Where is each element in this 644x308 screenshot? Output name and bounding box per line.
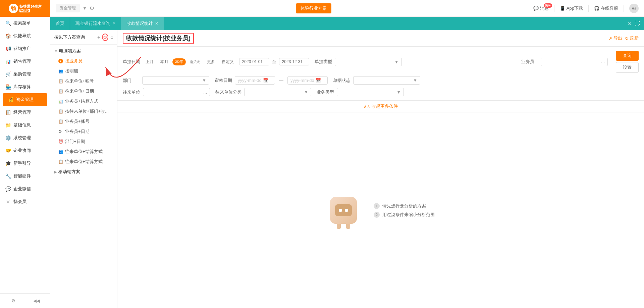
set-btn[interactable]: 设置 bbox=[616, 62, 639, 73]
scheme-item-unit-settle1[interactable]: 👥 往来单位+结算方式 bbox=[50, 147, 117, 157]
audit-date-from-placeholder: yyyy-mm-dd bbox=[238, 78, 262, 83]
sidebar-item-enterprise[interactable]: 🤝 企业协同 bbox=[0, 144, 50, 157]
date-shortcuts: 上月 本月 本年 近7天 更多 自定义 bbox=[143, 58, 236, 65]
audit-date-to[interactable]: yyyy-mm-dd 📅 bbox=[287, 76, 328, 85]
scheme-settings-icon[interactable]: ⚙ bbox=[102, 34, 108, 41]
date-from-input[interactable] bbox=[239, 58, 269, 65]
breadcrumb-dropdown-icon[interactable]: ▼ bbox=[83, 6, 87, 11]
date-7days[interactable]: 近7天 bbox=[187, 58, 203, 65]
sale-account-icon: 📋 bbox=[58, 119, 63, 124]
message-icon: 💬 bbox=[533, 6, 539, 11]
tab-receipts[interactable]: 收款情况统计 ✕ bbox=[121, 17, 164, 30]
scheme-item-unit-dept[interactable]: 📋 按往来单位+部门+收... bbox=[50, 106, 117, 116]
scheme-item-unit-settle2[interactable]: 📋 往来单位+结算方式 bbox=[50, 157, 117, 167]
basic-icon: 📁 bbox=[5, 122, 11, 128]
top-right: 💬 消息 99+ 📱 App下载 🎧 在线客服 Rit bbox=[533, 4, 639, 13]
tab-bank[interactable]: 现金银行流水查询 ✕ bbox=[70, 17, 121, 30]
bank-tab-close-icon[interactable]: ✕ bbox=[112, 21, 116, 25]
empty-content: 1 请先选择要分析的方案 2 用过滤条件来缩小分析范围 bbox=[327, 194, 435, 227]
filter-row-2: 部门 ▼ 审核日期 yyyy-mm-dd 📅 — bbox=[123, 76, 639, 85]
sidebar-item-hardware[interactable]: 🔧 智能硬件 bbox=[0, 170, 50, 183]
date-more[interactable]: 更多 bbox=[204, 58, 218, 65]
trial-btn[interactable]: 体验行业方案 bbox=[296, 3, 331, 13]
collapse-bar[interactable]: ∧∧ 收起更多条件 bbox=[117, 101, 644, 112]
scheme-collapse-icon[interactable]: « bbox=[110, 35, 113, 40]
counterparty-more-icon: ... bbox=[203, 90, 207, 95]
scheme-item-sale-settle[interactable]: 📊 业务员+结算方式 bbox=[50, 96, 117, 106]
sidebar-item-wechat[interactable]: 💬 企业微信 bbox=[0, 183, 50, 195]
message-btn[interactable]: 💬 消息 99+ bbox=[533, 5, 549, 11]
scheme-header: 按以下方案查询 + ⚙ « bbox=[50, 30, 117, 45]
marketing-icon: 📢 bbox=[5, 46, 11, 51]
tab-maximize-icon[interactable]: ⛶ bbox=[635, 20, 640, 27]
step-1-label: 请先选择要分析的方案 bbox=[382, 203, 426, 209]
sidebar-collapse-btn[interactable]: ◀◀ bbox=[26, 296, 48, 305]
scheme-group-desktop[interactable]: ▼ 电脑端方案 bbox=[50, 46, 117, 56]
date-to-input[interactable] bbox=[279, 58, 309, 65]
app-download-btn[interactable]: 📱 App下载 bbox=[560, 5, 583, 11]
date-this-year[interactable]: 本年 bbox=[172, 58, 186, 65]
dept-select[interactable]: ▼ bbox=[142, 76, 209, 85]
online-service-btn[interactable]: 🎧 在线客服 bbox=[594, 5, 618, 11]
robot-body bbox=[330, 197, 357, 224]
unit-account-icon: 📋 bbox=[58, 79, 63, 84]
docstatus-select[interactable]: ▼ bbox=[353, 76, 420, 85]
date-custom[interactable]: 自定义 bbox=[219, 58, 236, 65]
sidebar-item-purchase[interactable]: 🛒 采购管理 bbox=[0, 68, 50, 81]
sidebar-item-basic[interactable]: 📁 基础信息 bbox=[0, 119, 50, 132]
group-desktop-label: 电脑端方案 bbox=[59, 48, 81, 54]
filter-area: 单据日期 上月 本月 本年 近7天 更多 自定义 至 bbox=[117, 47, 644, 101]
counterparty-class-select[interactable]: ▼ bbox=[244, 88, 311, 96]
sidebar-item-marketing[interactable]: 📢 营销推广 bbox=[0, 42, 50, 55]
dept-date-icon: ⏰ bbox=[58, 139, 63, 144]
sidebar-item-search[interactable]: 🔍 搜索菜单 bbox=[0, 17, 50, 30]
counterparty-class-label: 往来单位分类 bbox=[215, 89, 241, 95]
audit-date-to-calendar-icon: 📅 bbox=[316, 78, 321, 83]
counterparty-class-dropdown-icon: ▼ bbox=[304, 90, 308, 95]
filter-counterparty-item: 往来单位 ... bbox=[123, 88, 210, 96]
scheme-item-sale-account[interactable]: 📋 业务员+账号 bbox=[50, 116, 117, 126]
date-this-month[interactable]: 本月 bbox=[158, 58, 171, 65]
scheme-item-detail[interactable]: 👥 按明细 bbox=[50, 66, 117, 76]
doctype-select[interactable]: ▼ bbox=[335, 58, 402, 66]
content-area: 按以下方案查询 + ⚙ « ▼ 电脑端方案 ● 按业务员 👥 按 bbox=[50, 30, 644, 308]
guide-icon: 🎓 bbox=[5, 161, 11, 166]
export-btn[interactable]: ↗ 导出 bbox=[608, 35, 622, 41]
counterparty-label: 往来单位 bbox=[123, 89, 140, 95]
user-avatar-btn[interactable]: Rit bbox=[629, 4, 639, 13]
step-2-label: 用过滤条件来缩小分析范围 bbox=[382, 212, 435, 218]
sidebar-settings-btn[interactable]: ⚙ bbox=[3, 296, 24, 305]
sidebar-item-capital[interactable]: 💰 资金管理 bbox=[3, 93, 47, 106]
query-btn[interactable]: 查询 bbox=[616, 51, 639, 61]
logo-text: 畅捷通好生意 bbox=[19, 4, 42, 9]
date-last-month[interactable]: 上月 bbox=[143, 58, 156, 65]
scheme-group-mobile[interactable]: ▶ 移动端方案 bbox=[50, 167, 117, 177]
tab-home[interactable]: 首页 bbox=[50, 17, 70, 30]
sidebar-item-sales[interactable]: 📊 销售管理 bbox=[0, 55, 50, 68]
unit-dept-icon: 📋 bbox=[58, 109, 63, 114]
filter-dept-item: 部门 ▼ bbox=[123, 76, 209, 85]
scheme-item-unit-account[interactable]: 📋 往来单位+账号 bbox=[50, 76, 117, 86]
receipts-tab-close-icon[interactable]: ✕ bbox=[155, 21, 158, 25]
scheme-item-sale-date[interactable]: ⚙ 业务员+日期 bbox=[50, 126, 117, 137]
tab-bar-right: ✕ ⛶ bbox=[624, 17, 644, 30]
sidebar-item-member[interactable]: V 畅会员 bbox=[0, 195, 50, 208]
sidebar-item-system[interactable]: ⚙️ 系统管理 bbox=[0, 132, 50, 144]
scheme-add-icon[interactable]: + bbox=[97, 35, 100, 40]
scheme-item-unit-date[interactable]: 📋 往来单位+日期 bbox=[50, 86, 117, 96]
tab-close-all-icon[interactable]: ✕ bbox=[628, 20, 632, 27]
sidebar-item-inventory[interactable]: 🏪 库存核算 bbox=[0, 81, 50, 93]
scheme-item-salesperson[interactable]: ● 按业务员 bbox=[50, 56, 117, 66]
empty-step-2: 2 用过滤条件来缩小分析范围 bbox=[374, 212, 435, 218]
audit-date-from[interactable]: yyyy-mm-dd 📅 bbox=[235, 76, 275, 85]
sidebar-item-guide[interactable]: 🎓 新手引导 bbox=[0, 157, 50, 170]
salesperson-select[interactable]: ··· bbox=[541, 58, 608, 66]
biztype-select[interactable]: ▼ bbox=[337, 88, 404, 96]
scheme-item-dept-date[interactable]: ⏰ 部门+日期 bbox=[50, 137, 117, 147]
counterparty-select[interactable]: ... bbox=[143, 88, 210, 96]
sidebar-item-quicknav[interactable]: 🏠 快捷导航 bbox=[0, 30, 50, 42]
refresh-btn[interactable]: ↻ 刷新 bbox=[625, 35, 639, 41]
top-gear-icon[interactable]: ⚙ bbox=[90, 5, 94, 11]
sidebar-item-operation[interactable]: 📋 经营管理 bbox=[0, 106, 50, 119]
user-initials: Rit bbox=[632, 6, 636, 10]
